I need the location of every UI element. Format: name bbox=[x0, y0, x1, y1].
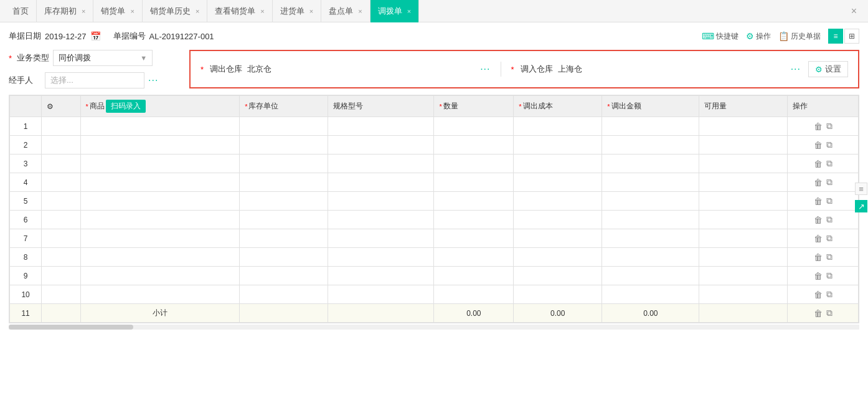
table-settings-icon[interactable]: ⚙ bbox=[47, 102, 54, 111]
handler-more-icon[interactable]: ··· bbox=[148, 75, 158, 86]
sidebar-list-icon[interactable]: ≡ bbox=[855, 183, 867, 195]
row-cost[interactable] bbox=[514, 155, 602, 173]
horizontal-scrollbar[interactable] bbox=[9, 325, 859, 330]
scan-input-button[interactable]: 扫码录入 bbox=[106, 100, 146, 113]
row-amount[interactable] bbox=[602, 211, 699, 229]
row-unit[interactable] bbox=[240, 192, 328, 211]
business-type-select[interactable]: 同价调拨 ▼ bbox=[53, 50, 153, 66]
row-cost[interactable] bbox=[514, 173, 602, 192]
row-amount[interactable] bbox=[602, 155, 699, 173]
row-unit[interactable] bbox=[240, 248, 328, 267]
warehouse-in-more-icon[interactable]: ··· bbox=[791, 64, 801, 75]
row-product[interactable] bbox=[80, 229, 240, 248]
tab-sales-close[interactable]: × bbox=[130, 7, 134, 15]
row-qty[interactable] bbox=[434, 267, 514, 285]
row-qty[interactable] bbox=[434, 229, 514, 248]
delete-icon[interactable]: 🗑 bbox=[814, 178, 823, 188]
row-spec[interactable] bbox=[328, 192, 434, 211]
row-product[interactable] bbox=[80, 211, 240, 229]
row-amount[interactable] bbox=[602, 117, 699, 136]
scroll-thumb[interactable] bbox=[9, 325, 133, 330]
row-cost[interactable] bbox=[514, 136, 602, 155]
row-amount[interactable] bbox=[602, 173, 699, 192]
tab-inventory[interactable]: 库存期初 × bbox=[37, 0, 93, 22]
copy-icon[interactable]: ⧉ bbox=[826, 177, 833, 188]
sidebar-export-icon[interactable]: ↗ bbox=[855, 200, 867, 212]
calendar-icon[interactable]: 📅 bbox=[90, 31, 101, 41]
row-spec[interactable] bbox=[328, 267, 434, 285]
row-unit[interactable] bbox=[240, 117, 328, 136]
row-unit[interactable] bbox=[240, 285, 328, 304]
delete-icon[interactable]: 🗑 bbox=[814, 140, 823, 150]
row-cost[interactable] bbox=[514, 267, 602, 285]
row-product[interactable] bbox=[80, 192, 240, 211]
row-spec[interactable] bbox=[328, 285, 434, 304]
settings-button[interactable]: ⚙ 设置 bbox=[808, 61, 848, 77]
tab-view-sales-close[interactable]: × bbox=[260, 7, 264, 15]
row-amount[interactable] bbox=[602, 229, 699, 248]
row-unit[interactable] bbox=[240, 267, 328, 285]
row-spec[interactable] bbox=[328, 229, 434, 248]
copy-icon[interactable]: ⧉ bbox=[826, 158, 833, 169]
copy-icon[interactable]: ⧉ bbox=[826, 270, 833, 281]
tab-view-sales[interactable]: 查看销货单 × bbox=[207, 0, 272, 22]
tab-transfer-close[interactable]: × bbox=[407, 7, 411, 15]
row-amount[interactable] bbox=[602, 285, 699, 304]
row-product[interactable] bbox=[80, 248, 240, 267]
delete-icon[interactable]: 🗑 bbox=[814, 234, 823, 244]
row-unit[interactable] bbox=[240, 211, 328, 229]
row-cost[interactable] bbox=[514, 211, 602, 229]
row-cost[interactable] bbox=[514, 117, 602, 136]
row-unit[interactable] bbox=[240, 136, 328, 155]
row-cost[interactable] bbox=[514, 248, 602, 267]
history-action[interactable]: 📋 历史单据 bbox=[778, 31, 821, 42]
row-amount[interactable] bbox=[602, 192, 699, 211]
delete-icon[interactable]: 🗑 bbox=[814, 121, 823, 131]
row-qty[interactable] bbox=[434, 173, 514, 192]
copy-icon[interactable]: ⧉ bbox=[826, 121, 833, 131]
copy-icon[interactable]: ⧉ bbox=[826, 196, 833, 206]
copy-icon[interactable]: ⧉ bbox=[826, 140, 833, 150]
tab-inventory-close[interactable]: × bbox=[82, 7, 85, 15]
row-amount[interactable] bbox=[602, 136, 699, 155]
copy-icon[interactable]: ⧉ bbox=[826, 233, 833, 244]
tab-purchase-close[interactable]: × bbox=[309, 7, 313, 15]
list-view-btn[interactable]: ≡ bbox=[828, 29, 843, 44]
row-spec[interactable] bbox=[328, 136, 434, 155]
warehouse-out-more-icon[interactable]: ··· bbox=[480, 64, 490, 75]
row-amount[interactable] bbox=[602, 267, 699, 285]
tab-stocktake-close[interactable]: × bbox=[358, 7, 362, 15]
row-product[interactable] bbox=[80, 267, 240, 285]
tab-home[interactable]: 首页 bbox=[5, 0, 37, 22]
th-settings[interactable]: ⚙ bbox=[42, 96, 80, 117]
delete-icon[interactable]: 🗑 bbox=[814, 271, 823, 281]
tab-sales-history-close[interactable]: × bbox=[196, 7, 199, 15]
row-qty[interactable] bbox=[434, 117, 514, 136]
row-unit[interactable] bbox=[240, 173, 328, 192]
copy-icon[interactable]: ⧉ bbox=[826, 252, 833, 262]
delete-icon[interactable]: 🗑 bbox=[814, 308, 823, 318]
operate-action[interactable]: ⚙ 操作 bbox=[746, 31, 771, 42]
delete-icon[interactable]: 🗑 bbox=[814, 290, 823, 300]
row-spec[interactable] bbox=[328, 117, 434, 136]
row-cost[interactable] bbox=[514, 229, 602, 248]
row-cost[interactable] bbox=[514, 285, 602, 304]
tab-purchase[interactable]: 进货单 × bbox=[273, 0, 321, 22]
delete-icon[interactable]: 🗑 bbox=[814, 196, 823, 206]
row-product[interactable] bbox=[80, 117, 240, 136]
tab-sales[interactable]: 销货单 × bbox=[93, 0, 142, 22]
row-spec[interactable] bbox=[328, 248, 434, 267]
row-cost[interactable] bbox=[514, 192, 602, 211]
tab-sales-history[interactable]: 销货单历史 × bbox=[143, 0, 207, 22]
row-qty[interactable] bbox=[434, 211, 514, 229]
row-spec[interactable] bbox=[328, 211, 434, 229]
row-qty[interactable] bbox=[434, 248, 514, 267]
shortcut-action[interactable]: ⌨ 快捷键 bbox=[702, 31, 738, 42]
delete-icon[interactable]: 🗑 bbox=[814, 252, 823, 262]
row-qty[interactable] bbox=[434, 285, 514, 304]
row-unit[interactable] bbox=[240, 155, 328, 173]
row-spec[interactable] bbox=[328, 173, 434, 192]
copy-icon[interactable]: ⧉ bbox=[826, 289, 833, 300]
row-unit[interactable] bbox=[240, 229, 328, 248]
delete-icon[interactable]: 🗑 bbox=[814, 159, 823, 169]
